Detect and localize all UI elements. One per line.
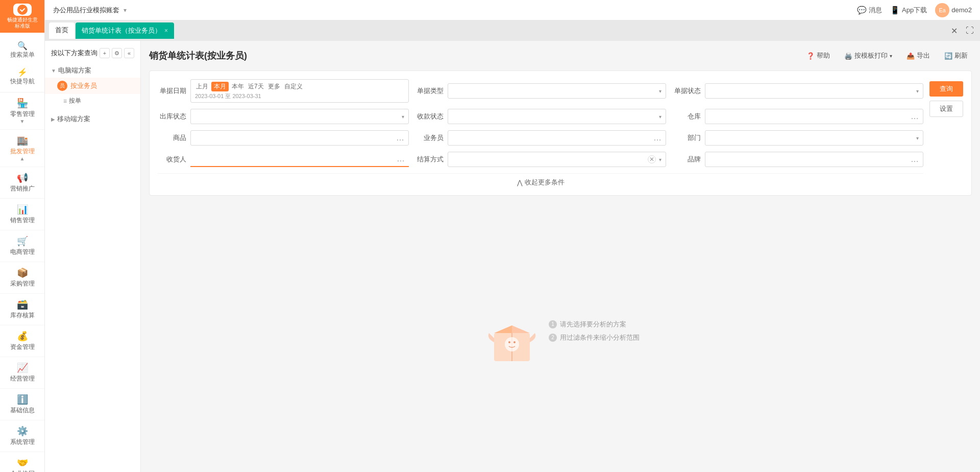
brand-dots: … bbox=[911, 155, 919, 164]
help-button[interactable]: ❓ 帮助 bbox=[802, 49, 834, 62]
ecommerce-label: 电商管理 bbox=[10, 248, 35, 256]
sidebar-item-marketing[interactable]: 📢 营销推广 bbox=[0, 167, 44, 199]
print-button[interactable]: 🖨️ 按模板打印 ▾ bbox=[840, 49, 896, 62]
type-input[interactable]: ▾ bbox=[448, 83, 666, 99]
brand-input[interactable]: … bbox=[705, 152, 923, 167]
sidebar-item-sales[interactable]: 📊 销售管理 bbox=[0, 199, 44, 230]
desktop-arrow-icon: ▼ bbox=[51, 68, 56, 74]
panel-title: 按以下方案查询 bbox=[51, 49, 97, 58]
svg-point-0 bbox=[17, 5, 28, 15]
pay-status-input[interactable]: ▾ bbox=[448, 109, 666, 124]
date-tab-7days[interactable]: 近7天 bbox=[247, 82, 265, 91]
date-tabs: 上月 本月 本年 近7天 更多 自定义 bbox=[195, 82, 304, 91]
tab-expand-icon[interactable]: ⛶ bbox=[964, 24, 976, 37]
payment-input[interactable]: ✕ ▾ bbox=[448, 152, 666, 167]
app-logo[interactable]: 畅捷通好生意 标准版 bbox=[0, 0, 44, 33]
svg-marker-3 bbox=[512, 325, 530, 333]
tab-close-icon[interactable]: × bbox=[164, 27, 168, 34]
panel-collapse-button[interactable]: « bbox=[124, 48, 134, 58]
sidebar-item-basic[interactable]: ℹ️ 基础信息 bbox=[0, 389, 44, 420]
pay-status-field: 收款状态 ▾ bbox=[415, 109, 666, 124]
search-menu-item[interactable]: 🔍 搜索菜单 bbox=[4, 37, 40, 63]
right-content: 销货单统计表(按业务员) ❓ 帮助 🖨️ 按模板打印 ▾ 📤 导出 bbox=[141, 41, 980, 472]
sidebar-item-system[interactable]: ⚙️ 系统管理 bbox=[0, 420, 44, 452]
sidebar-item-retail[interactable]: 🏪 零售管理 ▼ bbox=[0, 92, 44, 130]
brand-field: 品牌 … bbox=[672, 152, 923, 167]
by-staff-icon: 员 bbox=[57, 81, 67, 91]
dept-arrow-icon: ▾ bbox=[916, 135, 919, 141]
sidebar-item-ecommerce[interactable]: 🛒 电商管理 bbox=[0, 230, 44, 262]
warehouse-field: 仓库 … bbox=[672, 109, 923, 124]
phone-icon: 📱 bbox=[890, 6, 900, 15]
wholesale-icon: 🏬 bbox=[17, 135, 28, 146]
collapse-button[interactable]: ⋀ 收起更多条件 bbox=[517, 178, 565, 187]
warehouse-input[interactable]: … bbox=[705, 109, 923, 124]
tab-sales-stats[interactable]: 销货单统计表（按业务员） × bbox=[76, 22, 174, 39]
panel-item-by-order[interactable]: ≡ 按单 bbox=[45, 94, 140, 108]
app-download-button[interactable]: 📱 App下载 bbox=[890, 6, 927, 15]
sidebar-item-finance[interactable]: 💰 资金管理 bbox=[0, 325, 44, 357]
marketing-icon: 📢 bbox=[17, 172, 28, 183]
panel-add-button[interactable]: + bbox=[100, 48, 110, 58]
collapse-row: ⋀ 收起更多条件 bbox=[158, 173, 923, 187]
sidebar-item-inventory[interactable]: 🗃️ 库存核算 bbox=[0, 294, 44, 325]
status-input[interactable]: ▾ bbox=[705, 83, 923, 99]
retail-icon: 🏪 bbox=[17, 98, 28, 109]
user-name: demo2 bbox=[951, 6, 972, 14]
date-tab-custom[interactable]: 自定义 bbox=[283, 82, 304, 91]
payment-clear-button[interactable]: ✕ bbox=[648, 155, 656, 163]
export-button[interactable]: 📤 导出 bbox=[902, 49, 934, 62]
warehouse-dots: … bbox=[911, 112, 919, 121]
panel-actions: + ⚙ « bbox=[100, 48, 134, 58]
mobile-section-header[interactable]: ▶ 移动端方案 bbox=[45, 112, 140, 126]
sales-label: 销售管理 bbox=[10, 216, 35, 225]
query-button[interactable]: 查询 bbox=[929, 81, 963, 97]
settings-button[interactable]: 设置 bbox=[929, 101, 963, 117]
filter-row-2: 出库状态 ▾ 收款状态 ▾ bbox=[158, 109, 923, 124]
quick-nav-label: 快捷导航 bbox=[10, 77, 35, 86]
receiver-input[interactable]: … bbox=[190, 152, 409, 167]
date-tab-this-month[interactable]: 本月 bbox=[211, 82, 229, 91]
basic-label: 基础信息 bbox=[10, 406, 35, 415]
user-profile[interactable]: Ea demo2 bbox=[935, 3, 972, 17]
goods-field: 商品 … bbox=[158, 130, 409, 146]
wholesale-label: 批发管理 bbox=[10, 147, 35, 156]
message-button[interactable]: 💬 消息 bbox=[857, 6, 882, 15]
tab-home[interactable]: 首页 bbox=[49, 22, 75, 39]
tab-close-all-icon[interactable]: ✕ bbox=[949, 24, 960, 38]
refresh-button[interactable]: 🔄 刷新 bbox=[940, 49, 972, 62]
svg-point-5 bbox=[505, 337, 519, 351]
staff-input[interactable]: … bbox=[448, 130, 666, 146]
sidebar-item-purchase[interactable]: 📦 采购管理 bbox=[0, 262, 44, 294]
operations-label: 经营管理 bbox=[10, 374, 35, 383]
goods-input[interactable]: … bbox=[190, 130, 409, 146]
sidebar-item-wholesale[interactable]: 🏬 批发管理 ▲ bbox=[0, 130, 44, 167]
date-tab-more[interactable]: 更多 bbox=[267, 82, 281, 91]
sidebar-item-operations[interactable]: 📈 经营管理 bbox=[0, 357, 44, 389]
finance-icon: 💰 bbox=[17, 331, 28, 342]
staff-field: 业务员 … bbox=[415, 130, 666, 146]
out-status-input[interactable]: ▾ bbox=[190, 109, 409, 124]
desktop-section: ▼ 电脑端方案 员 按业务员 ≡ 按单 bbox=[45, 61, 140, 110]
breadcrumb-arrow: ▾ bbox=[124, 7, 127, 14]
panel-settings-button[interactable]: ⚙ bbox=[112, 48, 122, 58]
date-tab-last-month[interactable]: 上月 bbox=[195, 82, 209, 91]
svg-point-7 bbox=[513, 341, 516, 343]
panel-item-by-staff[interactable]: 员 按业务员 bbox=[45, 78, 140, 94]
dept-input[interactable]: ▾ bbox=[705, 130, 923, 146]
system-icon: ⚙️ bbox=[17, 426, 28, 437]
sidebar-item-enterprise[interactable]: 🤝 企业协同 bbox=[0, 452, 44, 472]
quick-nav-item[interactable]: ⚡ 快捷导航 bbox=[4, 63, 40, 90]
type-filter-field: 单据类型 ▾ bbox=[415, 83, 666, 99]
enterprise-label: 企业协同 bbox=[10, 469, 35, 472]
svg-point-6 bbox=[508, 341, 510, 343]
date-input[interactable]: 上月 本月 本年 近7天 更多 自定义 2023-03-01 至 2023-03… bbox=[190, 79, 409, 103]
date-filter-field: 单据日期 上月 本月 本年 近7天 更多 自定义 bbox=[158, 79, 409, 103]
help-label: 帮助 bbox=[817, 51, 830, 60]
date-label: 单据日期 bbox=[158, 86, 186, 96]
filter-card: 单据日期 上月 本月 本年 近7天 更多 自定义 bbox=[149, 70, 972, 196]
breadcrumb: 办公用品行业模拟账套 bbox=[53, 6, 119, 15]
date-tab-this-year[interactable]: 本年 bbox=[231, 82, 245, 91]
desktop-section-header[interactable]: ▼ 电脑端方案 bbox=[45, 63, 140, 78]
tab-bar-right: ✕ ⛶ bbox=[949, 24, 976, 38]
